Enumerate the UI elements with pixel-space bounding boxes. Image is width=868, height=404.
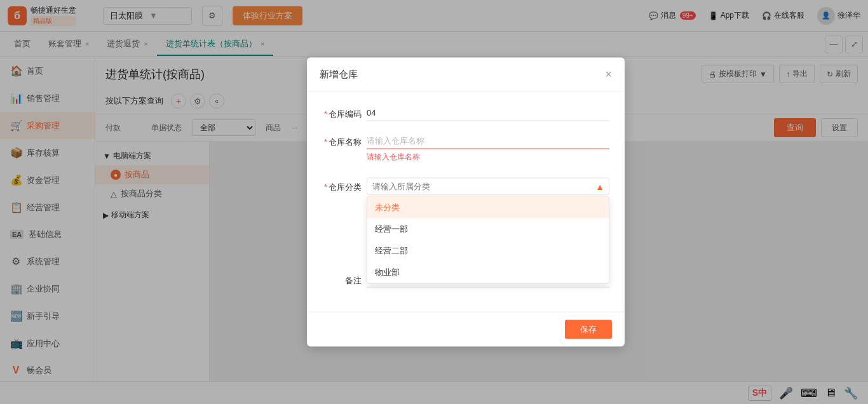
name-field-row: 仓库名称 请输入仓库名称: [322, 133, 609, 163]
name-error-msg: 请输入仓库名称: [367, 152, 609, 163]
dialog-close-btn[interactable]: ×: [605, 68, 612, 81]
memo-label: 备注: [322, 271, 367, 286]
dialog-title: 新增仓库: [320, 69, 358, 81]
name-label: 仓库名称: [322, 133, 367, 148]
new-warehouse-dialog: 新增仓库 × 仓库编码 仓库名称 请输入仓库名称 仓库分类 ▲ 未分类: [307, 58, 625, 347]
category-input[interactable]: [367, 178, 609, 195]
dialog-header: 新增仓库 ×: [307, 58, 625, 92]
dropdown-item-property[interactable]: 物业部: [367, 262, 609, 283]
name-input[interactable]: [367, 133, 609, 149]
category-dropdown: 未分类 经营一部 经营二部 物业部: [367, 196, 609, 284]
code-field-row: 仓库编码: [322, 105, 609, 121]
category-field-row: 仓库分类 ▲ 未分类 经营一部 经营二部 物业部: [322, 178, 609, 195]
dropdown-item-dept2[interactable]: 经营二部: [367, 240, 609, 262]
dialog-body: 仓库编码 仓库名称 请输入仓库名称 仓库分类 ▲ 未分类 经营一部 经营二部 物…: [307, 92, 625, 312]
dropdown-item-dept1[interactable]: 经营一部: [367, 219, 609, 240]
category-select-wrapper: ▲: [367, 178, 609, 195]
category-label: 仓库分类: [322, 178, 367, 193]
save-button[interactable]: 保存: [565, 320, 612, 339]
code-label: 仓库编码: [322, 105, 367, 120]
code-input[interactable]: [367, 105, 609, 121]
dropdown-item-unclassified[interactable]: 未分类: [367, 197, 609, 219]
name-field-wrapper: 请输入仓库名称: [367, 133, 609, 163]
dialog-footer: 保存: [307, 312, 625, 347]
